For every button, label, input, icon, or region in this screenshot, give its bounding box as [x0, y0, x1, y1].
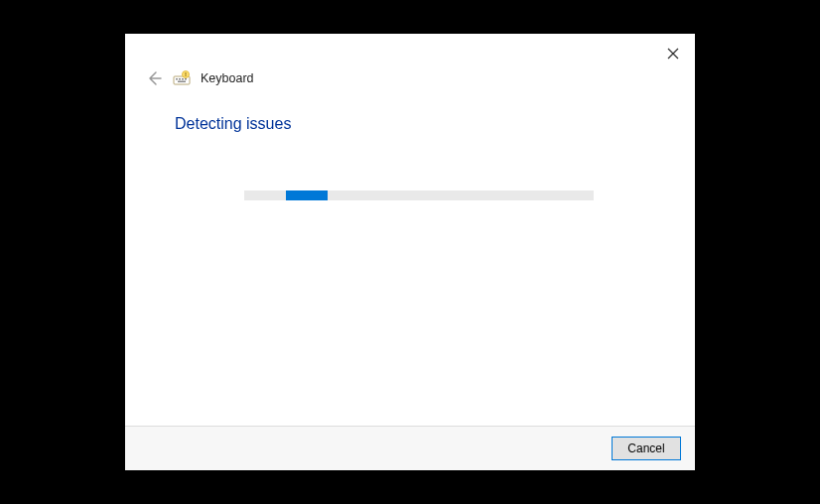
back-button[interactable]: [145, 69, 163, 87]
close-icon: [667, 48, 679, 60]
svg-rect-5: [182, 78, 184, 80]
dialog-footer: Cancel: [125, 426, 695, 470]
progress-bar: [244, 190, 594, 200]
dialog-header: Keyboard: [125, 34, 695, 97]
troubleshooter-dialog: Keyboard Detecting issues Cancel: [125, 34, 695, 470]
progress-indicator: [286, 190, 328, 200]
cancel-button[interactable]: Cancel: [612, 437, 681, 460]
svg-rect-7: [178, 81, 186, 83]
svg-rect-6: [185, 78, 187, 80]
svg-rect-3: [176, 78, 178, 80]
svg-rect-4: [179, 78, 181, 80]
close-button[interactable]: [663, 44, 683, 63]
keyboard-icon: [173, 70, 191, 86]
back-arrow-icon: [146, 70, 162, 86]
status-heading: Detecting issues: [175, 115, 645, 133]
dialog-title: Keyboard: [201, 71, 254, 85]
dialog-content: Detecting issues: [125, 97, 695, 426]
